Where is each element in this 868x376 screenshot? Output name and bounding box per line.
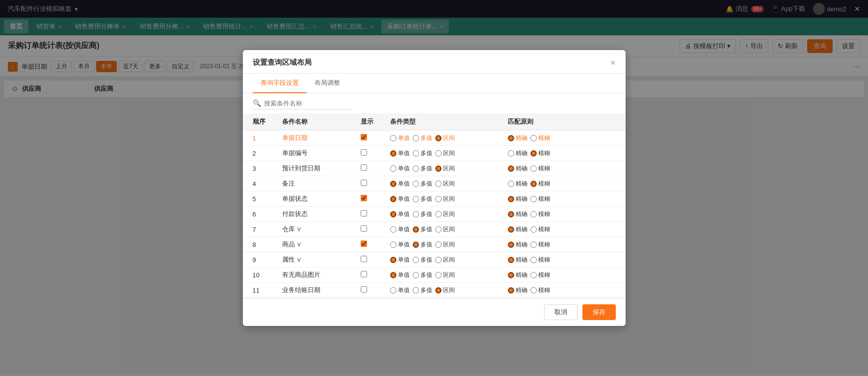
radio-interval[interactable]: 区间 (435, 210, 455, 218)
row-match-group: 精确 模糊 (508, 149, 606, 158)
radio-fuzzy[interactable]: 模糊 (530, 286, 550, 295)
row-name: 单据编号 (282, 149, 361, 158)
row-type-group: 单值 多值 区间 (390, 164, 508, 173)
search-wrap: 🔍 (253, 99, 351, 109)
radio-fuzzy[interactable]: 模糊 (530, 134, 550, 142)
radio-multi[interactable]: 多值 (413, 134, 432, 142)
row-match-group: 精确 模糊 (508, 256, 606, 264)
row-order: 7 (253, 226, 282, 233)
radio-single[interactable]: 单值 (390, 225, 410, 234)
row-match-group: 精确 模糊 (508, 286, 606, 295)
row-display-checkbox[interactable] (361, 241, 390, 248)
radio-interval[interactable]: 区间 (435, 271, 455, 279)
radio-fuzzy[interactable]: 模糊 (530, 225, 550, 234)
radio-interval[interactable]: 区间 (435, 195, 455, 203)
radio-precise[interactable]: 精确 (508, 256, 527, 264)
radio-fuzzy[interactable]: 模糊 (530, 210, 550, 218)
radio-fuzzy[interactable]: 模糊 (530, 180, 550, 188)
table-row: 11 业务结账日期 单值 多值 区间 精确 (243, 283, 626, 298)
radio-precise[interactable]: 精确 (508, 134, 527, 142)
radio-precise[interactable]: 精确 (508, 210, 527, 218)
row-display-checkbox[interactable] (361, 256, 390, 264)
table-row: 7 仓库 ∨ 单值 多值 区间 精确 (243, 222, 626, 237)
row-display-checkbox[interactable] (361, 225, 390, 233)
radio-fuzzy[interactable]: 模糊 (530, 241, 550, 249)
dialog-header: 设置查询区域布局 × (243, 50, 626, 74)
radio-interval[interactable]: 区间 (435, 149, 455, 158)
radio-fuzzy[interactable]: 模糊 (530, 195, 550, 203)
radio-precise[interactable]: 精确 (508, 225, 527, 234)
radio-single[interactable]: 单值 (390, 241, 410, 249)
radio-single[interactable]: 单值 (390, 164, 410, 173)
dialog-table-header: 顺序 条件名称 显示 条件类型 匹配原则 (243, 113, 626, 131)
settings-dialog: 设置查询区域布局 × 查询字段设置 布局调整 🔍 顺序 条件名称 显示 条件类型… (243, 50, 626, 326)
row-display-checkbox[interactable] (361, 286, 390, 294)
radio-interval[interactable]: 区间 (435, 256, 455, 264)
row-order: 8 (253, 241, 282, 248)
row-name: 单据状态 (282, 194, 361, 203)
radio-interval[interactable]: 区间 (435, 180, 455, 188)
radio-interval[interactable]: 区间 (435, 241, 455, 249)
table-row: 10 有无商品图片 单值 多值 区间 精确 (243, 268, 626, 283)
radio-multi[interactable]: 多值 (413, 164, 432, 173)
radio-multi[interactable]: 多值 (413, 225, 432, 234)
radio-multi[interactable]: 多值 (413, 241, 432, 249)
radio-single[interactable]: 单值 (390, 149, 410, 158)
radio-multi[interactable]: 多值 (413, 256, 432, 264)
row-display-checkbox[interactable] (361, 210, 390, 218)
col-type: 条件类型 (390, 117, 508, 126)
radio-multi[interactable]: 多值 (413, 210, 432, 218)
dialog-close-button[interactable]: × (610, 58, 616, 67)
radio-multi[interactable]: 多值 (413, 271, 432, 279)
radio-single[interactable]: 单值 (390, 210, 410, 218)
radio-interval[interactable]: 区间 (435, 164, 455, 173)
row-name: 业务结账日期 (282, 286, 361, 295)
row-name: 备注 (282, 179, 361, 188)
radio-interval[interactable]: 区间 (435, 225, 455, 234)
radio-interval[interactable]: 区间 (435, 134, 455, 142)
row-display-checkbox[interactable] (361, 195, 390, 203)
row-display-checkbox[interactable] (361, 180, 390, 188)
row-display-checkbox[interactable] (361, 164, 390, 172)
row-display-checkbox[interactable] (361, 149, 390, 157)
radio-interval[interactable]: 区间 (435, 286, 455, 295)
table-row: 2 单据编号 单值 多值 区间 精确 (243, 146, 626, 161)
radio-precise[interactable]: 精确 (508, 286, 527, 295)
table-row: 8 商品 ∨ 单值 多值 区间 精确 (243, 237, 626, 252)
dialog-table-body: 1 单据日期 单值 多值 区间 精确 (243, 131, 626, 298)
radio-precise[interactable]: 精确 (508, 149, 527, 158)
row-order: 6 (253, 211, 282, 218)
row-display-checkbox[interactable] (361, 271, 390, 279)
search-input[interactable] (264, 100, 351, 107)
radio-precise[interactable]: 精确 (508, 241, 527, 249)
radio-multi[interactable]: 多值 (413, 195, 432, 203)
radio-single[interactable]: 单值 (390, 271, 410, 279)
save-button[interactable]: 保存 (582, 304, 616, 320)
radio-precise[interactable]: 精确 (508, 180, 527, 188)
cancel-button[interactable]: 取消 (544, 304, 578, 320)
tab-layout-adjust[interactable]: 布局调整 (307, 74, 348, 93)
table-row: 9 属性 ∨ 单值 多值 区间 精确 (243, 252, 626, 268)
radio-multi[interactable]: 多值 (413, 180, 432, 188)
col-match: 匹配原则 (508, 117, 606, 126)
tab-query-fields[interactable]: 查询字段设置 (253, 74, 307, 93)
radio-fuzzy[interactable]: 模糊 (530, 164, 550, 173)
radio-precise[interactable]: 精确 (508, 195, 527, 203)
radio-multi[interactable]: 多值 (413, 149, 432, 158)
radio-single[interactable]: 单值 (390, 286, 410, 295)
radio-single[interactable]: 单值 (390, 180, 410, 188)
radio-fuzzy[interactable]: 模糊 (530, 149, 550, 158)
row-name: 单据日期 (282, 134, 361, 142)
radio-multi[interactable]: 多值 (413, 286, 432, 295)
row-display-checkbox[interactable] (361, 134, 390, 142)
radio-precise[interactable]: 精确 (508, 271, 527, 279)
radio-single[interactable]: 单值 (390, 195, 410, 203)
radio-fuzzy[interactable]: 模糊 (530, 271, 550, 279)
table-row: 4 备注 单值 多值 区间 精确 (243, 176, 626, 191)
row-match-group: 精确 模糊 (508, 271, 606, 279)
radio-precise[interactable]: 精确 (508, 164, 527, 173)
row-name: 仓库 ∨ (282, 225, 361, 234)
radio-fuzzy[interactable]: 模糊 (530, 256, 550, 264)
radio-single[interactable]: 单值 (390, 256, 410, 264)
radio-single[interactable]: 单值 (390, 134, 410, 142)
